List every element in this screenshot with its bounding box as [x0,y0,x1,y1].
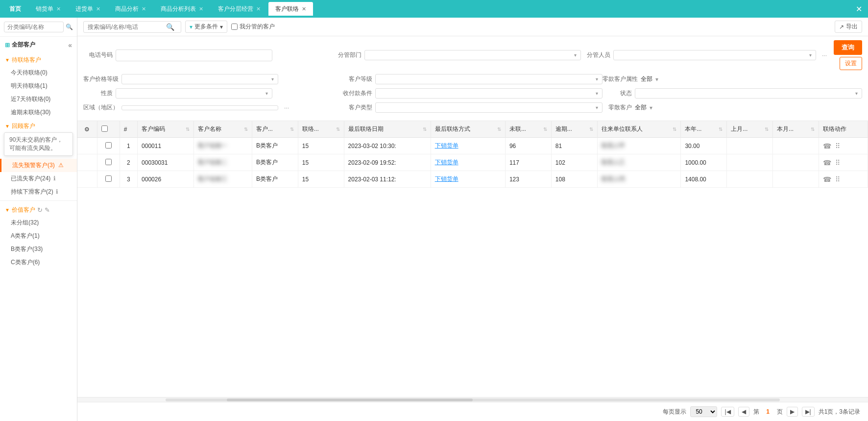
more-action-icon3[interactable]: ⠿ [835,175,840,183]
scrollbar-track [166,398,780,401]
tab-close-sales[interactable]: ✕ [56,6,61,12]
row1-way[interactable]: 下销货单 [431,138,505,154]
my-customers-checkbox[interactable] [231,24,238,30]
tab-analysis-list[interactable]: 商品分析列表 ✕ [154,2,210,16]
contact-icon3[interactable]: ☎ [823,175,831,183]
sidebar-item-declining[interactable]: 持续下滑客户(2) ℹ [0,185,77,198]
row3-checkbox[interactable] [97,171,120,188]
customer-level-select[interactable]: ▾ [375,74,603,84]
sidebar-item-c-class[interactable]: C类客户(6) [0,256,77,269]
sidebar-item-today[interactable]: 今天待联络(0) [0,66,77,79]
filter-price-tier: 客户价格等级 ▾ [83,74,343,84]
tab-close-customer-segment[interactable]: ✕ [256,6,261,12]
sidebar-search-icon[interactable]: 🔍 [66,24,73,30]
phone-input[interactable] [116,50,272,61]
th-last-way[interactable]: 最后联络方式 ⇅ [431,121,505,138]
customer-type-select[interactable]: ▾ [375,102,603,113]
row2-checkbox[interactable] [97,154,120,171]
collapse-icon[interactable]: « [68,41,72,49]
th-contact[interactable]: 联络... ⇅ [298,121,344,138]
staff-select[interactable]: ▾ [613,50,816,60]
th-this-year[interactable]: 本年... ⇅ [681,121,727,138]
table-row: 1 000011 客户名称一 B类客户 15 2023-03-02 10:30:… [77,138,868,154]
row2-way[interactable]: 下销货单 [431,154,505,171]
tab-analysis[interactable]: 商品分析 ✕ [108,2,153,16]
settings-icon[interactable]: ⚙ [84,126,90,133]
sidebar-item-7days[interactable]: 近7天待联络(0) [0,93,77,106]
sidebar-item-churn-warning[interactable]: 流失预警客户(3) ⚠ [0,159,77,172]
th-num: # [120,121,137,138]
sidebar-item-a-class[interactable]: A类客户(1) [0,229,77,243]
tab-close-purchase[interactable]: ✕ [96,6,100,12]
gender-select[interactable]: ▾ [116,88,272,99]
more-action-icon[interactable]: ⠿ [835,142,840,150]
last-page-btn[interactable]: ▶| [802,407,815,417]
sidebar-section-pending[interactable]: ▼ 待联络客户 [0,53,77,66]
tab-customer-connect[interactable]: 客户联络 ✕ [268,2,313,16]
th-unit-contact[interactable]: 往来单位联系人 ⇅ [597,121,681,138]
contact-icon2[interactable]: ☎ [823,159,831,167]
th-checkbox[interactable] [97,121,120,138]
tab-close-analysis-list[interactable]: ✕ [199,6,203,12]
row1-unit: 联系人甲 [597,138,681,154]
th-uncontact[interactable]: 未联... ⇅ [505,121,551,138]
more-conditions-btn[interactable]: ▾ 更多条件 ▾ [185,21,227,33]
th-level[interactable]: 客户... ⇅ [252,121,298,138]
dept-select[interactable]: ▾ [364,50,581,60]
row1-checkbox[interactable] [97,138,120,154]
sidebar-section-value[interactable]: ▼ 价值客户 ↻ ✎ [0,203,77,216]
chevron-down-icon5[interactable]: ▾ [655,76,658,83]
sidebar-section-review[interactable]: ▼ 回顾客户 [0,119,77,132]
export-btn[interactable]: ↗ 导出 [835,21,862,33]
sidebar-item-ungroup[interactable]: 未分组(32) [0,216,77,229]
search-input[interactable] [88,24,166,30]
query-button[interactable]: 查询 [834,40,862,55]
sidebar-item-churned[interactable]: 已流失客户(24) ℹ [0,172,77,185]
per-page-select[interactable]: 50 100 [690,406,717,417]
row3-way[interactable]: 下销货单 [431,171,505,188]
th-last-date[interactable]: 最后联络日期 ⇅ [344,121,431,138]
th-last-month[interactable]: 上月... ⇅ [727,121,773,138]
th-overdue[interactable]: 逾期... ⇅ [551,121,597,138]
my-customers-checkbox-label[interactable]: 我分管的客户 [231,23,275,31]
staff-more-icon[interactable]: ··· [819,52,830,59]
select-all-checkbox[interactable] [101,125,108,132]
tab-close-customer-connect[interactable]: ✕ [302,6,306,12]
export-icon: ↗ [839,24,844,30]
filter-row-1: 电话号码 分管部门 ▾ 分管人员 ▾ ··· [83,40,862,70]
scrollbar-thumb[interactable] [227,398,473,401]
more-action-icon2[interactable]: ⠿ [835,159,840,167]
sidebar-search-input[interactable] [4,22,64,32]
region-select[interactable] [121,105,278,110]
sidebar-item-overdue[interactable]: 逾期未联络(30) [0,106,77,119]
tab-close-analysis[interactable]: ✕ [142,6,146,12]
row3-uncontact: 123 [505,171,551,188]
chevron-down-icon10[interactable]: ▾ [650,104,652,111]
contact-icon[interactable]: ☎ [823,142,831,150]
sidebar-item-b-class[interactable]: B类客户(33) [0,243,77,256]
status-select[interactable]: ▾ [635,88,862,99]
prev-page-btn[interactable]: ◀ [738,407,749,417]
filter-zero-attr: 零款客户属性 全部 ▾ [603,75,862,83]
price-tier-select[interactable]: ▾ [121,74,278,84]
search-icon[interactable]: 🔍 [166,23,174,31]
sidebar-all-customers[interactable]: ⊞ 全部客户 « [0,37,77,53]
region-more-icon[interactable]: ··· [281,104,292,111]
tab-sales[interactable]: 销货单 ✕ [29,2,68,16]
sidebar-item-tomorrow[interactable]: 明天待联络(1) [0,79,77,93]
th-code[interactable]: 客户编码 ⇅ [138,121,194,138]
current-page-label: 第 [753,408,759,416]
horizontal-scrollbar[interactable] [77,397,868,402]
close-window-icon[interactable]: ✕ [856,4,866,14]
tab-purchase[interactable]: 进货单 ✕ [69,2,107,16]
th-this-month[interactable]: 本月... ⇅ [773,121,819,138]
th-name[interactable]: 客户名称 ⇅ [194,121,252,138]
next-page-btn[interactable]: ▶ [787,407,798,417]
th-settings[interactable]: ⚙ [77,121,97,138]
setting-button[interactable]: 设置 [840,57,862,70]
payment-select[interactable]: ▾ [375,88,603,99]
content-area: 🔍 ▾ 更多条件 ▾ 我分管的客户 ↗ 导出 [77,18,868,421]
tab-customer-segment[interactable]: 客户分层经营 ✕ [211,2,267,16]
first-page-btn[interactable]: |◀ [721,407,734,417]
tab-home[interactable]: 首页 [2,2,28,16]
